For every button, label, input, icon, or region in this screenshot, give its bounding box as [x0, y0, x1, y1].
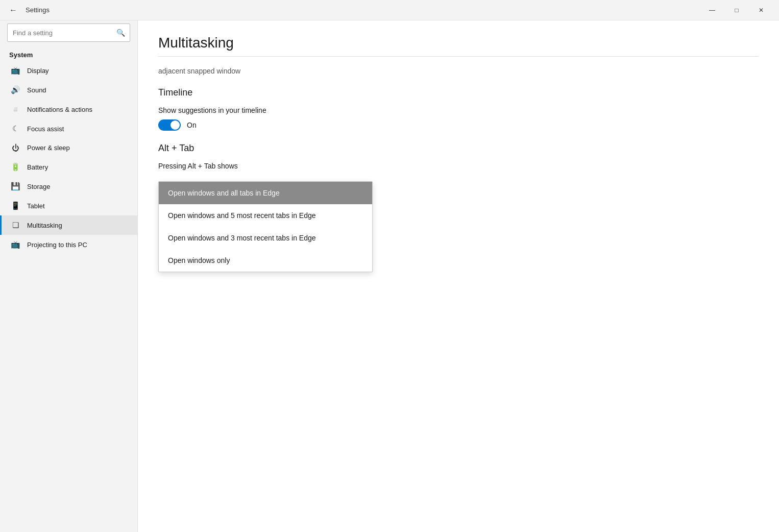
sidebar-item-notifications[interactable]: ◽ Notifications & actions — [0, 100, 137, 119]
sidebar-item-label: Sound — [27, 86, 46, 94]
title-bar: ← Settings — □ ✕ — [0, 0, 779, 20]
app-container: 🔍 System 📺 Display 🔊 Sound ◽ Notificatio… — [0, 20, 779, 532]
sidebar-item-display[interactable]: 📺 Display — [0, 61, 137, 80]
pressing-label: Pressing Alt + Tab shows — [158, 162, 759, 170]
sound-icon: 🔊 — [11, 85, 20, 94]
timeline-toggle-row: On — [158, 119, 759, 131]
window-controls: — □ ✕ — [700, 0, 773, 20]
alt-tab-heading: Alt + Tab — [158, 143, 759, 154]
close-button[interactable]: ✕ — [749, 0, 773, 20]
dropdown-option-all-tabs[interactable]: Open windows and all tabs in Edge — [159, 182, 372, 204]
partial-text: adjacent snapped window — [158, 67, 759, 75]
power-icon: ⏻ — [11, 143, 20, 152]
sidebar-item-focus[interactable]: ☾ Focus assist — [0, 119, 137, 138]
sidebar-item-label: Power & sleep — [27, 144, 70, 152]
battery-icon: 🔋 — [11, 162, 20, 172]
storage-icon: 💾 — [11, 182, 20, 191]
search-input[interactable] — [8, 29, 111, 37]
sidebar: 🔍 System 📺 Display 🔊 Sound ◽ Notificatio… — [0, 20, 138, 532]
search-box[interactable]: 🔍 — [7, 23, 130, 42]
notifications-icon: ◽ — [11, 105, 20, 114]
page-title: Multitasking — [158, 35, 759, 51]
back-button[interactable]: ← — [6, 3, 20, 17]
minimize-button[interactable]: — — [700, 0, 724, 20]
dropdown-option-windows-only[interactable]: Open windows only — [159, 249, 372, 272]
timeline-heading: Timeline — [158, 87, 759, 98]
sidebar-item-battery[interactable]: 🔋 Battery — [0, 157, 137, 177]
sidebar-item-label: Projecting to this PC — [27, 241, 87, 249]
timeline-toggle[interactable] — [158, 119, 181, 131]
tablet-icon: 📱 — [11, 201, 20, 210]
dropdown-option-5-tabs[interactable]: Open windows and 5 most recent tabs in E… — [159, 204, 372, 227]
main-content: Multitasking adjacent snapped window Tim… — [138, 20, 779, 532]
multitasking-icon: ❏ — [11, 221, 20, 230]
sidebar-item-label: Storage — [27, 183, 51, 190]
sidebar-item-label: Display — [27, 67, 49, 75]
section-divider-top — [158, 56, 759, 57]
suggestion-label: Show suggestions in your timeline — [158, 106, 759, 114]
sidebar-item-label: Notifications & actions — [27, 106, 92, 113]
sidebar-item-projecting[interactable]: 📺 Projecting to this PC — [0, 235, 137, 254]
sidebar-item-power[interactable]: ⏻ Power & sleep — [0, 138, 137, 157]
display-icon: 📺 — [11, 66, 20, 75]
search-icon: 🔍 — [111, 23, 130, 42]
system-label: System — [0, 47, 137, 61]
sidebar-item-label: Tablet — [27, 202, 45, 210]
app-title: Settings — [26, 6, 50, 14]
focus-icon: ☾ — [11, 124, 20, 133]
alt-tab-dropdown-list[interactable]: Open windows and all tabs in Edge Open w… — [158, 181, 373, 272]
alt-tab-section: Alt + Tab Pressing Alt + Tab shows Open … — [158, 143, 759, 228]
sidebar-item-sound[interactable]: 🔊 Sound — [0, 80, 137, 100]
sidebar-item-storage[interactable]: 💾 Storage — [0, 177, 137, 196]
sidebar-item-label: Battery — [27, 163, 48, 171]
maximize-button[interactable]: □ — [725, 0, 748, 20]
toggle-state-label: On — [187, 121, 197, 129]
sidebar-item-label: Multitasking — [27, 222, 62, 229]
dropdown-option-3-tabs[interactable]: Open windows and 3 most recent tabs in E… — [159, 227, 372, 249]
sidebar-item-label: Focus assist — [27, 125, 64, 133]
sidebar-item-tablet[interactable]: 📱 Tablet — [0, 196, 137, 215]
sidebar-item-multitasking[interactable]: ❏ Multitasking — [0, 215, 137, 235]
projecting-icon: 📺 — [11, 240, 20, 249]
